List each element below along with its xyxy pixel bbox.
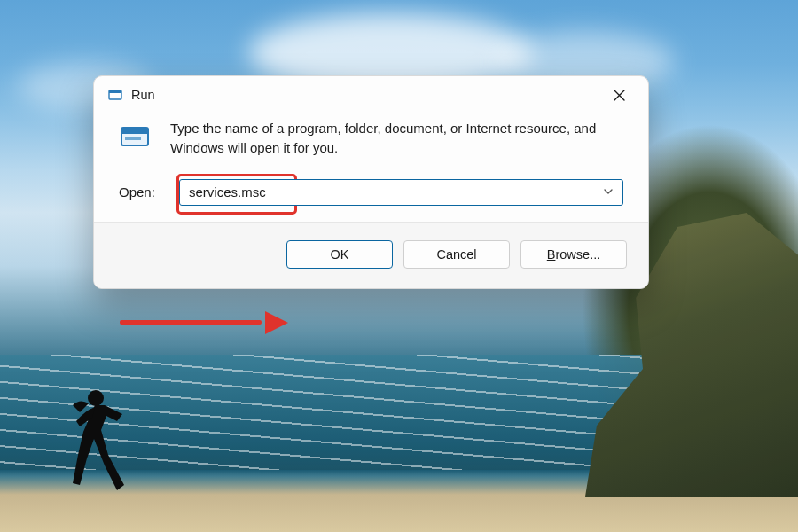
run-title-icon	[108, 88, 122, 102]
run-icon	[119, 121, 151, 156]
desktop-wallpaper: Run Type the name of a program, folder, …	[0, 0, 798, 532]
titlebar[interactable]: Run	[94, 76, 648, 113]
combobox-dropdown-button[interactable]	[601, 184, 615, 200]
ok-button[interactable]: OK	[286, 240, 393, 269]
open-combobox[interactable]	[179, 179, 623, 206]
dialog-footer: OK Cancel Browse...	[94, 222, 648, 288]
open-label: Open:	[119, 184, 163, 200]
close-button[interactable]	[598, 81, 639, 109]
browse-mnemonic: B	[547, 247, 556, 262]
dialog-title: Run	[131, 88, 155, 102]
runner-silhouette	[53, 386, 133, 501]
chevron-down-icon	[603, 186, 614, 197]
close-icon	[614, 90, 625, 101]
open-input[interactable]	[187, 184, 601, 200]
dialog-description: Type the name of a program, folder, docu…	[170, 119, 623, 158]
svg-rect-4	[121, 128, 148, 134]
browse-button[interactable]: Browse...	[520, 240, 627, 269]
svg-point-0	[88, 390, 104, 406]
svg-rect-2	[109, 90, 121, 93]
annotation-arrow	[120, 312, 288, 333]
browse-label-rest: rowse...	[555, 247, 600, 262]
run-dialog: Run Type the name of a program, folder, …	[93, 75, 649, 289]
svg-rect-5	[125, 137, 141, 140]
cancel-button[interactable]: Cancel	[403, 240, 510, 269]
